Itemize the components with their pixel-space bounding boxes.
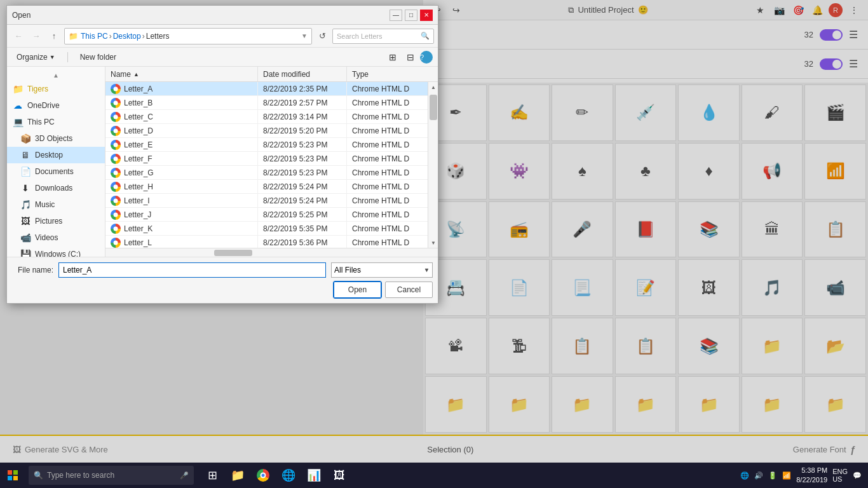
search-icon: 🔍	[421, 32, 430, 40]
column-name-label: Name	[111, 70, 131, 79]
chrome-file-icon	[111, 224, 121, 234]
table-row[interactable]: Letter_E 8/22/2019 5:23 PM Chrome HTML D	[105, 138, 428, 152]
minimize-button[interactable]: —	[390, 10, 402, 21]
cancel-button[interactable]: Cancel	[385, 281, 433, 298]
videos-icon: 📹	[20, 233, 31, 243]
table-row[interactable]: Letter_C 8/22/2019 3:14 PM Chrome HTML D	[105, 110, 428, 124]
sidebar-item-pictures[interactable]: 🖼 Pictures	[7, 213, 105, 229]
task-view-icon[interactable]: ⊞	[200, 463, 224, 487]
table-row[interactable]: Letter_K 8/22/2019 5:35 PM Chrome HTML D	[105, 222, 428, 236]
sort-icon: ▲	[133, 71, 139, 78]
table-row[interactable]: Letter_A 8/22/2019 2:35 PM Chrome HTML D	[105, 82, 428, 96]
app6-icon[interactable]: 🖼	[327, 463, 351, 487]
file-list-scroll-area: Letter_A 8/22/2019 2:35 PM Chrome HTML D…	[105, 82, 438, 248]
taskbar-search-box[interactable]: 🔍 Type here to search 🎤	[29, 466, 194, 485]
sidebar-scroll-up[interactable]: ▲	[7, 69, 105, 81]
breadcrumb-thispc[interactable]: This PC	[81, 32, 108, 41]
column-date[interactable]: Date modified	[258, 67, 347, 81]
nav-back-button[interactable]: ←	[11, 29, 26, 44]
column-type-label: Type	[352, 70, 369, 79]
drive-icon: 💾	[20, 249, 31, 257]
speaker-icon: 🔊	[754, 471, 763, 480]
sidebar-item-desktop[interactable]: 🖥 Desktop	[7, 147, 105, 163]
filetype-select[interactable]: All Files HTML Files Text Files	[331, 262, 433, 278]
scroll-thumb[interactable]	[430, 95, 437, 120]
app5-icon[interactable]: 📊	[302, 463, 326, 487]
desktop-icon: 🖥	[20, 150, 31, 160]
chrome-file-icon	[111, 238, 121, 248]
sidebar-item-downloads[interactable]: ⬇ Downloads	[7, 180, 105, 196]
sidebar-label-tigers: Tigers	[27, 85, 48, 93]
file-date-cell: 8/22/2019 2:57 PM	[258, 96, 347, 109]
nav-forward-button[interactable]: →	[29, 29, 44, 44]
help-button[interactable]: ?	[420, 51, 433, 64]
dialog-nav-bar: ← → ↑ 📁 This PC › Desktop › Letters ▼ ↺ …	[7, 25, 438, 48]
table-row[interactable]: Letter_G 8/22/2019 5:23 PM Chrome HTML D	[105, 166, 428, 180]
file-name-cell: Letter_K	[105, 222, 258, 235]
new-folder-button[interactable]: New folder	[76, 51, 121, 64]
file-type-cell: Chrome HTML D	[347, 208, 428, 221]
table-row[interactable]: Letter_H 8/22/2019 5:24 PM Chrome HTML D	[105, 180, 428, 194]
chrome-file-icon	[111, 168, 121, 178]
vertical-scrollbar[interactable]: ▲ ▼	[428, 82, 438, 248]
dialog-window-controls: — □ ✕	[390, 10, 433, 21]
edge-icon[interactable]: 🌐	[276, 463, 301, 487]
organize-label: Organize	[17, 53, 48, 62]
sidebar-label-downloads: Downloads	[35, 184, 72, 193]
column-name[interactable]: Name ▲	[105, 67, 258, 81]
search-text: Search Letters	[337, 32, 383, 40]
clock-time: 5:38 PM	[796, 466, 827, 475]
filename-input[interactable]	[58, 262, 326, 278]
file-date-cell: 8/22/2019 5:23 PM	[258, 166, 347, 179]
breadcrumb-desktop[interactable]: Desktop	[113, 32, 141, 41]
file-type-cell: Chrome HTML D	[347, 96, 428, 109]
organize-chevron-icon: ▼	[50, 54, 55, 60]
sidebar-item-windows-c[interactable]: 💾 Windows (C:)	[7, 246, 105, 257]
file-name-label: Letter_F	[124, 154, 153, 163]
hscroll-thumb[interactable]	[214, 250, 252, 256]
scroll-down-arrow[interactable]: ▼	[428, 238, 438, 248]
start-button[interactable]	[0, 463, 25, 488]
file-name-label: Letter_C	[124, 112, 153, 121]
sidebar-item-music[interactable]: 🎵 Music	[7, 196, 105, 213]
svg-rect-2	[8, 476, 12, 480]
table-row[interactable]: Letter_J 8/22/2019 5:25 PM Chrome HTML D	[105, 208, 428, 222]
horizontal-scrollbar[interactable]	[105, 248, 438, 257]
file-date-cell: 8/22/2019 5:24 PM	[258, 194, 347, 207]
maximize-button[interactable]: □	[405, 10, 417, 21]
file-explorer-icon[interactable]: 📁	[226, 463, 250, 487]
chrome-icon[interactable]	[251, 463, 275, 487]
battery-icon: 🔋	[768, 471, 777, 480]
taskbar-clock[interactable]: 5:38 PM 8/22/2019	[796, 466, 827, 485]
nav-refresh-button[interactable]: ↺	[315, 29, 330, 44]
table-row[interactable]: Letter_F 8/22/2019 5:23 PM Chrome HTML D	[105, 152, 428, 166]
hscroll-left[interactable]	[105, 250, 116, 256]
sidebar-item-videos[interactable]: 📹 Videos	[7, 229, 105, 246]
file-name-cell: Letter_L	[105, 236, 258, 248]
sidebar-item-onedrive[interactable]: ☁ OneDrive	[7, 97, 105, 114]
search-box[interactable]: Search Letters 🔍	[332, 29, 434, 44]
notification-icon[interactable]: 💬	[853, 471, 862, 480]
open-button[interactable]: Open	[334, 281, 381, 298]
column-type[interactable]: Type	[347, 67, 438, 81]
sidebar-item-documents[interactable]: 📄 Documents	[7, 163, 105, 180]
view-toggle-button[interactable]: ⊟	[402, 50, 419, 64]
file-name-label: Letter_E	[124, 140, 153, 149]
scroll-up-arrow[interactable]: ▲	[428, 82, 438, 92]
column-date-label: Date modified	[263, 70, 310, 79]
wifi-icon: 📶	[782, 471, 791, 480]
nav-up-button[interactable]: ↑	[46, 29, 62, 44]
close-button[interactable]: ✕	[420, 10, 433, 21]
downloads-icon: ⬇	[20, 183, 31, 193]
sidebar-item-tigers[interactable]: 📁 Tigers	[7, 81, 105, 97]
sidebar-label-videos: Videos	[35, 233, 58, 242]
table-row[interactable]: Letter_D 8/22/2019 5:20 PM Chrome HTML D	[105, 124, 428, 138]
table-row[interactable]: Letter_B 8/22/2019 2:57 PM Chrome HTML D	[105, 96, 428, 110]
organize-button[interactable]: Organize ▼	[12, 51, 60, 64]
sidebar-item-3dobjects[interactable]: 📦 3D Objects	[7, 130, 105, 147]
sidebar-item-thispc[interactable]: 💻 This PC	[7, 114, 105, 130]
view-list-button[interactable]: ⊞	[384, 50, 401, 64]
table-row[interactable]: Letter_L 8/22/2019 5:36 PM Chrome HTML D	[105, 236, 428, 248]
pictures-icon: 🖼	[20, 216, 31, 226]
table-row[interactable]: Letter_I 8/22/2019 5:24 PM Chrome HTML D	[105, 194, 428, 208]
